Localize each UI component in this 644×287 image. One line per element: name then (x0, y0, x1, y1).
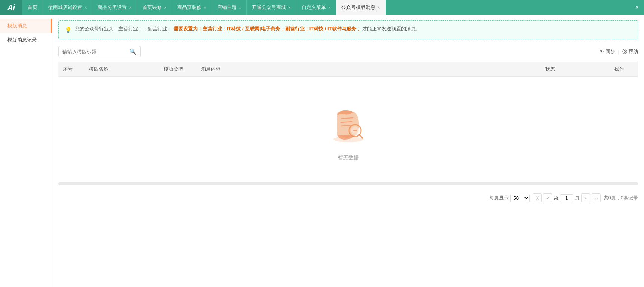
page-input-group: 第 页 (554, 194, 580, 202)
tab-close-icon[interactable]: × (328, 5, 330, 10)
last-page-button[interactable]: ⟩⟩ (592, 193, 601, 202)
content-area: 💡 您的公众号行业为：主营行业：，副营行业： 需要设置为：主营行业：IT科技 /… (52, 15, 644, 287)
nav-tab-shop-settings[interactable]: 微商城店铺设置× (43, 0, 92, 15)
horizontal-scrollbar[interactable] (58, 182, 638, 185)
sidebar: 模版消息模版消息记录 (0, 15, 52, 287)
nav-tab-label: 商品分类设置 (98, 4, 127, 11)
nav-tab-open-mall[interactable]: 开通公众号商城× (247, 0, 296, 15)
nav-tab-label: 开通公众号商城 (252, 4, 286, 11)
app-logo: Ai (0, 0, 22, 15)
prev-page-button[interactable]: ＜ (543, 193, 552, 202)
tab-close-icon[interactable]: × (164, 5, 166, 10)
page-prefix-label: 第 (554, 195, 558, 201)
page-size-dropdown[interactable]: 102050100 (510, 194, 530, 202)
nav-tab-shop-theme[interactable]: 店铺主题× (212, 0, 247, 15)
notice-text: 您的公众号行业为：主营行业：，副营行业： 需要设置为：主营行业：IT科技 / 互… (75, 25, 420, 33)
page-suffix-label: 页 (575, 195, 580, 201)
col-header-action: 操作 (601, 62, 638, 77)
toolbar-divider: | (618, 49, 619, 55)
tab-close-icon[interactable]: × (84, 5, 87, 10)
main-layout: 模版消息模版消息记录 💡 您的公众号行业为：主营行业：，副营行业： 需要设置为：… (0, 15, 644, 287)
nav-tab-product-category[interactable]: 商品分类设置× (92, 0, 137, 15)
sync-icon: ↻ (600, 49, 604, 55)
page-nav: ⟨⟨ ＜ 第 页 ＞ ⟩⟩ (533, 193, 601, 202)
tab-close-icon[interactable]: × (239, 5, 241, 10)
col-header-status: 状态 (541, 62, 601, 77)
sync-button[interactable]: ↻ 同步 (600, 48, 615, 55)
nav-tab-label: 首页 (28, 4, 37, 11)
pagination-row: 每页显示 102050100 ⟨⟨ ＜ 第 页 ＞ ⟩⟩ 共0页，0条记录 (58, 191, 638, 205)
sidebar-item-template-record[interactable]: 模版消息记录 (0, 33, 52, 47)
help-button[interactable]: ⓪ 帮助 (622, 48, 638, 55)
nav-tab-label: 店铺主题 (217, 4, 237, 11)
nav-tab-label: 商品页装修 (177, 4, 201, 11)
search-icon[interactable]: 🔍 (129, 48, 136, 55)
empty-state: 暂无数据 (58, 81, 638, 176)
col-header-type: 模版类型 (159, 62, 197, 77)
nav-tab-label: 公众号模版消息 (341, 4, 375, 11)
nav-tab-template-msg[interactable]: 公众号模版消息× (336, 0, 385, 15)
search-input[interactable] (62, 49, 129, 55)
empty-icon (326, 104, 371, 149)
data-table: 序号模版名称模版类型消息内容状态操作 (58, 62, 638, 77)
col-header-name: 模版名称 (84, 62, 159, 77)
nav-tab-home-decor[interactable]: 首页装修× (137, 0, 172, 15)
page-size-label: 每页显示 (489, 195, 509, 201)
first-page-button[interactable]: ⟨⟨ (533, 193, 542, 202)
nav-tabs-container: 首页微商城店铺设置×商品分类设置×首页装修×商品页装修×店铺主题×开通公众号商城… (22, 0, 630, 15)
nav-tab-home[interactable]: 首页 (22, 0, 43, 15)
col-header-content: 消息内容 (197, 62, 541, 77)
current-page-input[interactable] (560, 194, 573, 202)
nav-tab-product-decor[interactable]: 商品页装修× (172, 0, 212, 15)
nav-tab-label: 自定义菜单 (302, 4, 326, 11)
tab-close-icon[interactable]: × (288, 5, 290, 10)
nav-tab-label: 首页装修 (142, 4, 162, 11)
notice-box: 💡 您的公众号行业为：主营行业：，副营行业： 需要设置为：主营行业：IT科技 /… (58, 20, 638, 39)
search-box[interactable]: 🔍 (58, 46, 141, 57)
tab-close-icon[interactable]: × (378, 5, 380, 10)
col-header-index: 序号 (58, 62, 84, 77)
toolbar-right: ↻ 同步 | ⓪ 帮助 (600, 48, 638, 55)
global-close-button[interactable]: × (630, 4, 644, 11)
toolbar-row: 🔍 ↻ 同步 | ⓪ 帮助 (58, 46, 638, 57)
tab-close-icon[interactable]: × (204, 5, 206, 10)
tab-close-icon[interactable]: × (129, 5, 131, 10)
top-nav: Ai 首页微商城店铺设置×商品分类设置×首页装修×商品页装修×店铺主题×开通公众… (0, 0, 644, 15)
table-header: 序号模版名称模版类型消息内容状态操作 (58, 62, 638, 77)
nav-tab-custom-menu[interactable]: 自定义菜单× (296, 0, 336, 15)
empty-text: 暂无数据 (338, 155, 359, 161)
total-text: 共0页，0条记录 (604, 195, 638, 201)
page-size-select: 每页显示 102050100 (489, 194, 530, 202)
help-icon: ⓪ (622, 48, 627, 55)
nav-tab-label: 微商城店铺设置 (48, 4, 82, 11)
sidebar-item-template-msg[interactable]: 模版消息 (0, 19, 52, 33)
next-page-button[interactable]: ＞ (581, 193, 590, 202)
light-bulb-icon: 💡 (65, 25, 72, 34)
